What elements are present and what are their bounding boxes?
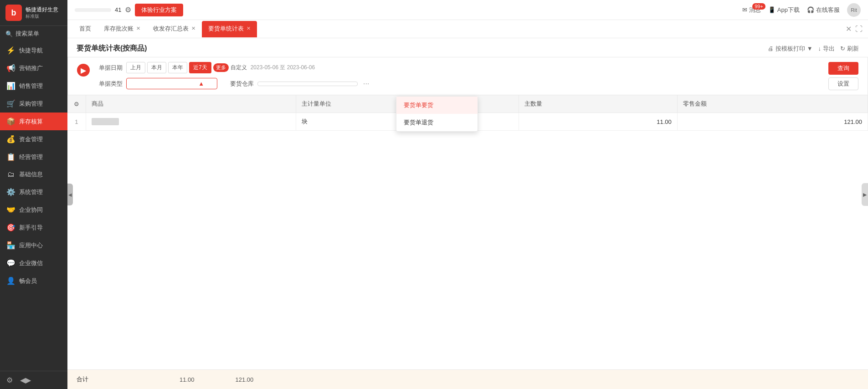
print-btn[interactable]: 🖨 按模板打印 ▼ bbox=[768, 45, 813, 53]
tab-delivery-summary-close[interactable]: ✕ bbox=[191, 26, 195, 31]
type-select-box[interactable]: ▲ bbox=[126, 78, 217, 89]
date-btn-this-month[interactable]: 本月 bbox=[147, 62, 166, 73]
info-icon: 🗂 bbox=[6, 170, 15, 179]
row-num: 1 bbox=[67, 113, 86, 131]
filter-expand-button[interactable]: ▶ bbox=[77, 64, 90, 77]
phone-icon: 📱 bbox=[768, 6, 776, 13]
goods-blurred bbox=[92, 118, 119, 125]
collapse-icon[interactable]: ◀▶ bbox=[20, 376, 31, 384]
tab-order-stats-close[interactable]: ✕ bbox=[247, 26, 251, 31]
clipboard-icon: 📋 bbox=[6, 153, 15, 161]
message-badge: 99+ bbox=[752, 3, 765, 10]
topbar-number: 41 bbox=[115, 6, 121, 13]
dropdown-item-order-return[interactable]: 要货单退货 bbox=[396, 114, 478, 131]
online-service-btn[interactable]: 🎧 在线客服 bbox=[807, 6, 840, 14]
sidebar-item-system[interactable]: ⚙️ 系统管理 bbox=[0, 183, 67, 201]
th-settings[interactable]: ⚙ bbox=[67, 95, 86, 113]
date-custom-btn[interactable]: 自定义 bbox=[231, 64, 247, 72]
filter-row-type: 单据类型 ▲ 要货仓库 ··· bbox=[99, 78, 819, 89]
tab-window-close-icon[interactable]: ✕ bbox=[846, 25, 852, 33]
tab-delivery-summary[interactable]: 收发存汇总表 ✕ bbox=[147, 21, 202, 37]
page-title: 要货单统计表(按商品) bbox=[77, 44, 147, 53]
type-dropdown: 要货单要货 要货单退货 bbox=[396, 96, 478, 132]
app-download-btn[interactable]: 📱 App下载 bbox=[768, 6, 800, 14]
column-settings-icon[interactable]: ⚙ bbox=[74, 101, 79, 107]
sidebar-item-inventory[interactable]: 📦 库存核算 bbox=[0, 113, 67, 130]
logo-text: 畅捷通好生意 标准版 bbox=[26, 6, 58, 20]
sidebar-item-purchase[interactable]: 🛒 采购管理 bbox=[0, 95, 67, 113]
print-icon: 🖨 bbox=[768, 45, 774, 52]
export-btn[interactable]: ↓ 导出 bbox=[818, 45, 835, 53]
tab-batch-account-close[interactable]: ✕ bbox=[136, 26, 140, 31]
right-collapse-handle[interactable]: ▶ bbox=[862, 183, 868, 206]
export-icon: ↓ bbox=[818, 45, 822, 52]
cart-icon: 🛒 bbox=[6, 99, 15, 108]
th-goods: 商品 bbox=[86, 95, 296, 113]
content-area: 要货单统计表(按商品) 🖨 按模板打印 ▼ ↓ 导出 ↻ 刷新 bbox=[67, 38, 868, 389]
table-footer: 合计 11.00 121.00 bbox=[67, 369, 868, 389]
type-select-chevron: ▲ bbox=[198, 80, 204, 87]
settings-icon[interactable]: ⚙ bbox=[6, 376, 13, 384]
date-btn-last-7-days[interactable]: 近7天 bbox=[189, 62, 211, 73]
message-icon: ✉ bbox=[742, 6, 747, 13]
warehouse-select-box[interactable] bbox=[257, 82, 358, 86]
filter-actions: 查询 设置 bbox=[828, 62, 858, 90]
gear-icon: ⚙️ bbox=[6, 188, 15, 196]
total-sale-amount: 121.00 bbox=[236, 376, 254, 383]
type-filter-label: 单据类型 bbox=[99, 80, 123, 88]
sidebar-item-member[interactable]: 👤 畅会员 bbox=[0, 272, 67, 290]
topbar-search-box bbox=[75, 8, 111, 12]
row-quantity: 11.00 bbox=[519, 113, 678, 131]
sidebar-item-finance[interactable]: 💰 资金管理 bbox=[0, 130, 67, 148]
sidebar-item-quick-nav[interactable]: ⚡ 快捷导航 bbox=[0, 41, 67, 59]
avatar[interactable]: Rit bbox=[847, 3, 861, 17]
sidebar-item-base-info[interactable]: 🗂 基础信息 bbox=[0, 166, 67, 183]
tab-window-expand-icon[interactable]: ⛶ bbox=[855, 25, 863, 33]
date-filter-label: 单据日期 bbox=[99, 64, 123, 72]
handshake-icon: 🤝 bbox=[6, 205, 15, 214]
sidebar-item-wechat[interactable]: 💬 企业微信 bbox=[0, 254, 67, 272]
sidebar-item-appstore[interactable]: 🏪 应用中心 bbox=[0, 236, 67, 254]
tab-bar-controls: ✕ ⛶ bbox=[846, 25, 863, 33]
industry-solution-button[interactable]: 体验行业方案 bbox=[135, 4, 183, 16]
sidebar: b 畅捷通好生意 标准版 🔍 搜索菜单 ⚡ 快捷导航 📢 营销推广 📊 销售管理… bbox=[0, 0, 67, 389]
print-chevron-icon: ▼ bbox=[807, 45, 813, 52]
money-icon: 💰 bbox=[6, 135, 15, 143]
total-label: 合计 bbox=[77, 375, 88, 384]
date-btn-last-month[interactable]: 上月 bbox=[126, 62, 145, 73]
date-filter-buttons: 上月 本月 本年 近7天 更多 自定义 bbox=[126, 62, 247, 73]
wechat-icon: 💬 bbox=[6, 259, 15, 267]
date-btn-this-year[interactable]: 本年 bbox=[168, 62, 187, 73]
topbar-gear-icon[interactable]: ⚙ bbox=[125, 5, 131, 14]
filter-bar: ▶ 单据日期 上月 本月 本年 近7天 更多 自定义 2023-05-06 至 … bbox=[67, 57, 868, 95]
sidebar-collapse-handle[interactable]: ◀ bbox=[67, 184, 73, 205]
table-area: ⚙ 商品 主计量单位 主数量 零售金额 1 bbox=[67, 95, 868, 369]
query-button[interactable]: 查询 bbox=[828, 62, 858, 75]
sidebar-item-sales[interactable]: 📊 销售管理 bbox=[0, 77, 67, 95]
filter-more-button[interactable]: ··· bbox=[363, 80, 369, 88]
guide-icon: 🎯 bbox=[6, 223, 15, 232]
topbar-left: 41 ⚙ 体验行业方案 bbox=[75, 4, 737, 16]
page-header: 要货单统计表(按商品) 🖨 按模板打印 ▼ ↓ 导出 ↻ 刷新 bbox=[67, 38, 868, 57]
sidebar-search-item[interactable]: 🔍 搜索菜单 bbox=[0, 26, 67, 41]
filter-row-date: 单据日期 上月 本月 本年 近7天 更多 自定义 2023-05-06 至 20… bbox=[99, 62, 819, 73]
tab-order-stats[interactable]: 要货单统计表 ✕ bbox=[202, 21, 257, 37]
tab-batch-account[interactable]: 库存批次账 ✕ bbox=[98, 21, 147, 37]
settings-button[interactable]: 设置 bbox=[828, 77, 858, 90]
search-icon: 🔍 bbox=[5, 31, 13, 37]
dropdown-item-order-goods[interactable]: 要货单要货 bbox=[396, 97, 478, 114]
tabbar: 首页 库存批次账 ✕ 收发存汇总表 ✕ 要货单统计表 ✕ ✕ ⛶ bbox=[67, 20, 868, 38]
megaphone-icon: 📢 bbox=[6, 64, 15, 72]
tab-home[interactable]: 首页 bbox=[73, 21, 98, 37]
member-icon: 👤 bbox=[6, 276, 15, 285]
logo-icon: b bbox=[5, 5, 22, 21]
sidebar-item-guide[interactable]: 🎯 新手引导 bbox=[0, 219, 67, 236]
sidebar-item-enterprise[interactable]: 🤝 企业协同 bbox=[0, 201, 67, 219]
sidebar-item-operations[interactable]: 📋 经营管理 bbox=[0, 148, 67, 166]
sidebar-item-marketing[interactable]: 📢 营销推广 bbox=[0, 59, 67, 77]
sidebar-logo: b 畅捷通好生意 标准版 bbox=[0, 0, 67, 26]
message-btn[interactable]: ✉ 消息 99+ bbox=[742, 6, 761, 14]
refresh-btn[interactable]: ↻ 刷新 bbox=[840, 45, 859, 53]
date-more-badge[interactable]: 更多 bbox=[213, 63, 229, 72]
th-sale-amount: 零售金额 bbox=[677, 95, 868, 113]
